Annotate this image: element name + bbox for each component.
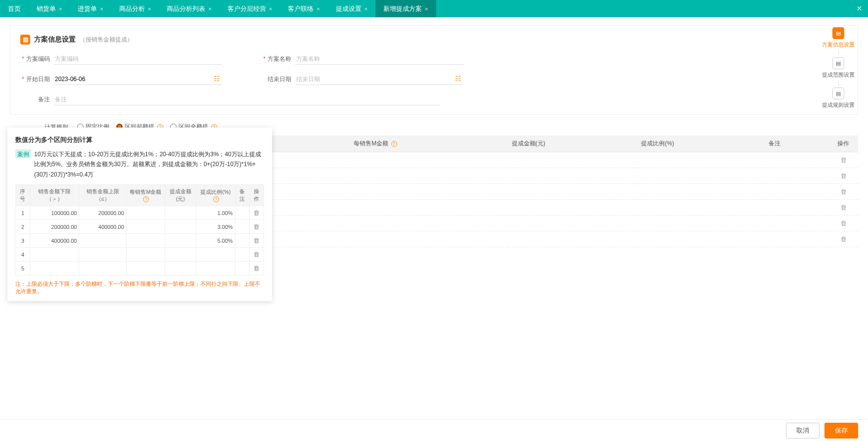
tab-客户分层经营[interactable]: 客户分层经营× (220, 0, 280, 17)
delete-icon[interactable]: 🗑 (840, 156, 847, 164)
example-text: 10万元以下无提成；10-20万元提成比例为1%；20-40万提成比例为3%；4… (34, 149, 264, 179)
tab-close-icon[interactable]: × (425, 6, 428, 12)
section-title-text: 方案信息设置 (34, 35, 76, 44)
label-remark: 备注 (20, 95, 50, 104)
interval-example-popover: 数值分为多个区间分别计算 案例 10万元以下无提成；10-20万元提成比例为1%… (7, 128, 272, 277)
delete-icon[interactable]: 🗑 (840, 204, 847, 211)
right-step-nav: ▤方案信息设置▤提成范围设置▤提成规则设置 (819, 27, 858, 116)
tab-close-icon[interactable]: × (148, 6, 151, 12)
example-tag: 案例 (15, 149, 31, 158)
help-icon[interactable]: ? (213, 196, 219, 202)
delete-icon[interactable]: 🗑 (840, 220, 847, 227)
top-tabs: 首页销货单×进货单×商品分析×商品分析列表×客户分层经营×客户联络×提成设置×新… (0, 0, 868, 17)
input-start-date[interactable] (54, 74, 222, 85)
close-panel-icon[interactable]: × (851, 0, 868, 17)
label-start: 开始日期 (20, 75, 50, 84)
label-end: 结束日期 (262, 75, 291, 84)
tab-close-icon[interactable]: × (269, 6, 272, 12)
delete-icon[interactable]: 🗑 (253, 223, 260, 230)
delete-icon[interactable]: 🗑 (840, 235, 847, 243)
nav-step-1[interactable]: ▤提成范围设置 (819, 57, 858, 79)
tab-商品分析列表[interactable]: 商品分析列表× (159, 0, 219, 17)
calendar-icon[interactable]: ☷ (214, 75, 220, 83)
popover-title: 数值分为多个区间分别计算 (15, 135, 264, 144)
nav-step-0[interactable]: ▤方案信息设置 (819, 27, 858, 48)
tab-客户联络[interactable]: 客户联络× (280, 0, 327, 17)
input-remark[interactable] (54, 94, 440, 105)
input-end-date[interactable] (295, 74, 463, 85)
delete-icon[interactable]: 🗑 (253, 237, 260, 244)
plan-info-section: ▤ 方案信息设置 （按销售金额提成） 方案编码 方案名称 开始日期 ☷ 结束日期… (10, 25, 858, 115)
tab-close-icon[interactable]: × (317, 6, 320, 12)
help-icon[interactable]: ? (143, 196, 149, 202)
example-table: 序号销售金额下限（＞）销售金额上限（≤）每销售M金额 ?提成金额(元)提成比例(… (15, 184, 264, 275)
tab-close-icon[interactable]: × (100, 6, 103, 12)
delete-icon[interactable]: 🗑 (253, 265, 260, 272)
step-icon: ▤ (832, 57, 844, 69)
tab-close-icon[interactable]: × (59, 6, 62, 12)
input-code[interactable] (54, 53, 222, 65)
delete-icon[interactable]: 🗑 (253, 209, 260, 217)
calendar-icon[interactable]: ☷ (455, 75, 461, 83)
label-code: 方案编码 (20, 55, 50, 63)
tab-close-icon[interactable]: × (208, 6, 211, 12)
section-icon: ▤ (20, 35, 30, 44)
tab-新增提成方案[interactable]: 新增提成方案× (375, 0, 436, 17)
delete-icon[interactable]: 🗑 (253, 251, 260, 258)
nav-step-2[interactable]: ▤提成规则设置 (819, 88, 858, 109)
tab-商品分析[interactable]: 商品分析× (111, 0, 159, 17)
help-icon[interactable]: ? (391, 141, 397, 147)
tab-提成设置[interactable]: 提成设置× (328, 0, 375, 17)
tab-首页[interactable]: 首页 (0, 0, 29, 17)
input-name[interactable] (295, 53, 463, 65)
tab-进货单[interactable]: 进货单× (70, 0, 111, 17)
label-name: 方案名称 (262, 55, 291, 63)
tab-close-icon[interactable]: × (365, 6, 367, 12)
step-icon: ▤ (832, 88, 844, 99)
section-title: ▤ 方案信息设置 （按销售金额提成） (20, 35, 848, 44)
delete-icon[interactable]: 🗑 (840, 188, 847, 195)
section-subtitle: （按销售金额提成） (80, 36, 133, 44)
step-icon: ▤ (832, 27, 844, 39)
delete-icon[interactable]: 🗑 (840, 172, 847, 179)
tab-销货单[interactable]: 销货单× (29, 0, 70, 17)
